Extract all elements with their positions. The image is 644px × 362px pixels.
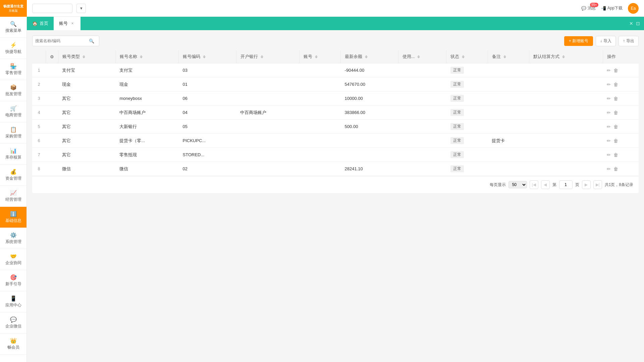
add-account-label: + 新增账号 [569, 38, 588, 44]
row-num: 6 [32, 134, 46, 148]
tab-close-button[interactable]: ✕ [629, 21, 633, 26]
edit-button[interactable]: ✏ [607, 110, 611, 115]
sidebar-item-basic-info[interactable]: ℹ️ 基础信息 [0, 207, 26, 228]
sidebar-item-purchase-mgmt[interactable]: 📋 采购管理 [0, 122, 26, 143]
col-default-settle-label: 默认结算方式 [533, 54, 559, 60]
row-num: 3 [32, 92, 46, 106]
row-usage [398, 63, 446, 77]
next-page-button[interactable]: ▶ [582, 180, 591, 189]
purchase-mgmt-icon: 📋 [1, 126, 25, 133]
sidebar-item-enterprise-collab[interactable]: 🤝 企业协同 [0, 249, 26, 270]
search-icon[interactable]: 🔍 [89, 39, 94, 44]
col-notes[interactable]: 备注 [488, 50, 529, 63]
export-button[interactable]: ↑ 导出 [619, 36, 639, 46]
row-actions: ✏ 🗑 [603, 148, 639, 162]
tab-account[interactable]: 账号 × [54, 17, 80, 30]
col-notes-sort-icon [503, 55, 506, 58]
row-actions: ✏ 🗑 [603, 162, 639, 176]
edit-button[interactable]: ✏ [607, 124, 611, 129]
inventory-icon: 📊 [1, 147, 25, 154]
col-default-settle[interactable]: 默认结算方式 [529, 50, 603, 63]
row-balance: 383866.00 [341, 106, 398, 120]
col-type[interactable]: 账号类型 [58, 50, 115, 63]
header-dropdown-button[interactable]: ▾ [76, 4, 86, 13]
sidebar-item-retail-mgmt-label: 零售管理 [5, 70, 21, 75]
sidebar-item-ecommerce-mgmt[interactable]: 🛒 电商管理 [0, 101, 26, 122]
sidebar-item-app-center[interactable]: 📱 应用中心 [0, 291, 26, 312]
delete-button[interactable]: 🗑 [613, 82, 618, 87]
toolbar: 🔍 + 新增账号 ↓ 导入 ↑ 导出 [32, 36, 639, 46]
row-type: 其它 [58, 106, 115, 120]
sidebar-item-inventory[interactable]: 📊 库存核算 [0, 143, 26, 165]
row-usage [398, 106, 446, 120]
col-name[interactable]: 账号名称 [115, 50, 178, 63]
edit-button[interactable]: ✏ [607, 166, 611, 172]
first-page-button[interactable]: |◀ [530, 180, 538, 189]
sidebar-item-ops-mgmt[interactable]: 📈 经营管理 [0, 186, 26, 207]
col-account-sort-icon [315, 55, 318, 58]
delete-button[interactable]: 🗑 [613, 124, 618, 129]
logo-sub: 乐账版 [9, 9, 18, 13]
app-download-button[interactable]: 📲 App下载 [601, 5, 623, 11]
col-usage[interactable]: 使用... [398, 50, 446, 63]
edit-button[interactable]: ✏ [607, 82, 611, 87]
app-center-icon: 📱 [1, 295, 25, 302]
delete-button[interactable]: 🗑 [613, 138, 618, 143]
sidebar-item-vip-member[interactable]: 👑 畅会员 [0, 334, 26, 355]
add-account-button[interactable]: + 新增账号 [564, 36, 593, 46]
row-status: 正常 [446, 148, 488, 162]
page-input[interactable] [559, 180, 573, 189]
sidebar-item-ops-mgmt-label: 经营管理 [5, 197, 21, 202]
row-settings [46, 106, 58, 120]
retail-mgmt-icon: 🏪 [1, 63, 25, 69]
edit-button[interactable]: ✏ [607, 68, 611, 73]
edit-button[interactable]: ✏ [607, 96, 611, 101]
row-status: 正常 [446, 92, 488, 106]
sidebar-item-sys-mgmt[interactable]: ⚙️ 系统管理 [0, 228, 26, 249]
col-account[interactable]: 账号 [299, 50, 341, 63]
sidebar-item-app-center-label: 应用中心 [5, 303, 21, 307]
import-button[interactable]: ↓ 导入 [596, 36, 616, 46]
row-notes [488, 63, 529, 77]
tab-maximize-button[interactable]: ⊡ [636, 21, 640, 26]
row-type: 其它 [58, 92, 115, 106]
col-settings[interactable]: ⚙ [46, 50, 58, 63]
row-num: 7 [32, 148, 46, 162]
user-avatar[interactable]: Ea [628, 3, 639, 14]
sidebar-item-search-menu[interactable]: 🔍 搜索菜单 [0, 17, 26, 38]
header-right: 💬 消息 99+ 📲 App下载 Ea [581, 3, 639, 14]
sidebar-item-newbie-guide[interactable]: 🎯 新手引导 [0, 270, 26, 291]
tab-home[interactable]: 🏠 首页 [27, 17, 54, 30]
sidebar-item-wholesale-mgmt[interactable]: 📦 批发管理 [0, 80, 26, 101]
sidebar-item-retail-mgmt[interactable]: 🏪 零售管理 [0, 59, 26, 80]
search-input[interactable] [35, 39, 89, 43]
tab-account-close-icon[interactable]: × [70, 21, 75, 26]
home-icon: 🏠 [32, 21, 38, 26]
tab-bar: 🏠 首页 账号 × ✕ ⊡ [27, 17, 644, 30]
last-page-button[interactable]: ▶| [593, 180, 602, 189]
edit-button[interactable]: ✏ [607, 152, 611, 158]
sidebar-item-enterprise-wechat[interactable]: 💬 企业微信 [0, 312, 26, 334]
col-status-label: 状态 [450, 54, 459, 60]
delete-button[interactable]: 🗑 [613, 152, 618, 158]
delete-button[interactable]: 🗑 [613, 68, 618, 73]
total-records: 共1页，8条记录 [605, 182, 633, 188]
col-status[interactable]: 状态 [446, 50, 488, 63]
delete-button[interactable]: 🗑 [613, 96, 618, 101]
sidebar-item-finance-mgmt[interactable]: 💰 资金管理 [0, 165, 26, 186]
per-page-select[interactable]: 50 100 200 [508, 181, 527, 188]
newbie-guide-icon: 🎯 [1, 274, 25, 281]
col-bank[interactable]: 开户银行 [236, 50, 299, 63]
edit-button[interactable]: ✏ [607, 138, 611, 143]
delete-button[interactable]: 🗑 [613, 110, 618, 115]
message-button[interactable]: 💬 消息 99+ [581, 5, 596, 11]
prev-page-button[interactable]: ◀ [541, 180, 550, 189]
sidebar-item-quick-nav[interactable]: ⚡ 快捷导航 [0, 38, 26, 59]
header-search-input[interactable] [32, 4, 72, 13]
quick-nav-icon: ⚡ [1, 42, 25, 48]
col-balance[interactable]: 最新余额 [341, 50, 398, 63]
delete-button[interactable]: 🗑 [613, 166, 618, 172]
col-code[interactable]: 账号编码 [179, 50, 236, 63]
row-code: 04 [179, 106, 236, 120]
row-status: 正常 [446, 63, 488, 77]
